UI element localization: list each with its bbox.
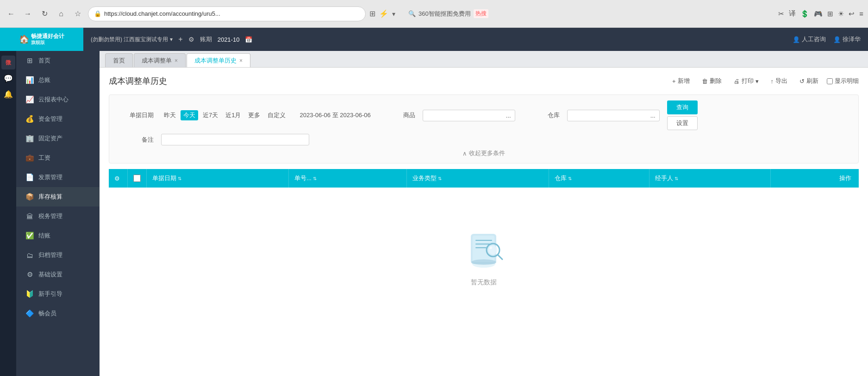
product-select[interactable]: ... xyxy=(423,110,515,121)
date-option-yesterday[interactable]: 昨天 xyxy=(161,110,179,120)
sidebar-item-member[interactable]: 🔷 畅会员 xyxy=(16,304,100,323)
sidebar-label-member: 畅会员 xyxy=(38,309,56,318)
select-all-checkbox[interactable] xyxy=(133,175,141,182)
sort-date-icon: ⇅ xyxy=(178,176,181,181)
wallet-icon[interactable]: 💲 xyxy=(800,10,809,18)
tax-icon: 🏛 xyxy=(25,213,34,220)
new-button[interactable]: + 新增 xyxy=(668,75,693,87)
star-button[interactable]: ☆ xyxy=(71,7,84,20)
filter-section: 单据日期 昨天 今天 近7天 近1月 更多 自定义 2023-06-06 至 2… xyxy=(109,94,859,163)
th-date[interactable]: 单据日期 ⇅ xyxy=(146,169,289,188)
hot-label: 热搜 xyxy=(474,9,488,18)
tab-home[interactable]: 首页 xyxy=(105,53,133,67)
sidebar-item-home[interactable]: ⊞ 首页 xyxy=(16,51,100,70)
warehouse-select[interactable]: ... xyxy=(567,110,660,121)
show-cols-label: 显示明细 xyxy=(835,77,859,85)
header-middle: (勿删勿禁用) 江西服宝测试专用 ▾ + ⚙ 账期 2021-10 📅 xyxy=(83,35,793,44)
user-profile[interactable]: 👤 徐泽华 xyxy=(833,35,861,44)
th-settings[interactable]: ⚙ xyxy=(109,169,127,188)
tab-cost-adjust[interactable]: 成本调整单 × xyxy=(134,53,186,67)
date-option-1month[interactable]: 近1月 xyxy=(223,110,244,120)
query-button[interactable]: 查询 xyxy=(667,100,698,114)
apps-icon[interactable]: ⊞ xyxy=(827,10,833,18)
refresh-icon: ↺ xyxy=(799,78,805,85)
th-handler[interactable]: 经手人 ⇅ xyxy=(649,169,770,188)
forward-button[interactable]: → xyxy=(21,7,34,20)
export-button[interactable]: ↑ 导出 xyxy=(767,75,792,87)
logo-icon: 🏠 xyxy=(19,34,29,44)
print-button[interactable]: 🖨 打印 ▾ xyxy=(730,75,762,87)
date-option-custom[interactable]: 自定义 xyxy=(265,110,288,120)
invoice-icon: 📄 xyxy=(25,173,34,182)
sidebar-item-invoice[interactable]: 📄 发票管理 xyxy=(16,168,100,187)
th-warehouse[interactable]: 仓库 ⇅ xyxy=(549,169,649,188)
sidebar-item-archive[interactable]: 🗂 归档管理 xyxy=(16,245,100,265)
sidebar-item-salary[interactable]: 💼 工资 xyxy=(16,148,100,168)
left-icon-bar: 微 💬 🔔 xyxy=(0,51,16,376)
refresh-button[interactable]: ↺ 刷新 xyxy=(796,75,822,87)
settings-icon[interactable]: ⚙ xyxy=(188,36,194,43)
th-action: 操作 xyxy=(770,169,859,188)
sidebar-label-settings: 基础设置 xyxy=(38,270,62,279)
date-option-today[interactable]: 今天 xyxy=(181,110,198,120)
sidebar-item-tax[interactable]: 🏛 税务管理 xyxy=(16,207,100,226)
sidebar-label-ledger: 总账 xyxy=(38,76,50,84)
date-options: 昨天 今天 近7天 近1月 更多 自定义 xyxy=(161,110,288,120)
delete-button[interactable]: 🗑 删除 xyxy=(698,75,725,87)
brightness-icon[interactable]: ☀ xyxy=(838,10,844,18)
sidebar-item-ledger[interactable]: 📊 总账 xyxy=(16,70,100,90)
sidebar-item-settings[interactable]: ⚙ 基础设置 xyxy=(16,265,100,284)
tab-cost-adjust-history[interactable]: 成本调整单历史 × xyxy=(187,53,250,67)
th-type[interactable]: 业务类型 ⇅ xyxy=(406,169,549,188)
sidebar-item-funds[interactable]: 💰 资金管理 xyxy=(16,109,100,129)
sidebar-item-checkout[interactable]: ✅ 结账 xyxy=(16,226,100,245)
tab-cost-adjust-close[interactable]: × xyxy=(175,57,178,64)
date-filter-row: 单据日期 昨天 今天 近7天 近1月 更多 自定义 2023-06-06 至 2… xyxy=(117,100,851,130)
home-button[interactable]: ⌂ xyxy=(55,7,68,20)
company-selector[interactable]: (勿删勿禁用) 江西服宝测试专用 ▾ xyxy=(91,36,173,44)
date-option-more[interactable]: 更多 xyxy=(245,110,263,120)
sidebar-label-salary: 工资 xyxy=(38,154,50,162)
th-number-label: 单号... xyxy=(294,174,312,182)
back-button[interactable]: ← xyxy=(5,7,18,20)
game-icon[interactable]: 🎮 xyxy=(814,10,823,18)
consultant-link[interactable]: 👤 人工咨询 xyxy=(793,35,826,44)
logo-text: 畅捷通好会计 xyxy=(31,33,64,39)
sidebar-label-fixed-assets: 固定资产 xyxy=(38,134,62,143)
add-tab-icon[interactable]: + xyxy=(178,35,182,44)
left-icon-chat[interactable]: 💬 xyxy=(1,71,15,85)
gear-icon[interactable]: ⚙ xyxy=(114,175,120,182)
remark-input[interactable] xyxy=(161,134,309,145)
export-label: 导出 xyxy=(775,77,787,85)
show-cols-input[interactable] xyxy=(827,78,833,84)
remark-filter-row: 备注 xyxy=(117,134,851,145)
th-number[interactable]: 单号... ⇅ xyxy=(289,169,407,188)
page-title-row: 成本调整单历史 + 新增 🗑 删除 🖨 打印 ▾ xyxy=(109,75,859,87)
dropdown-icon[interactable]: ▾ xyxy=(392,10,395,18)
data-table: ⚙ 单据日期 ⇅ xyxy=(109,169,859,188)
sidebar-item-reports[interactable]: 📈 云报表中心 xyxy=(16,90,100,109)
settings-button[interactable]: 设置 xyxy=(667,116,698,130)
scissors-icon[interactable]: ✂ xyxy=(778,10,784,18)
url-bar[interactable]: 🔒 https://cloud.chanjet.com/accounting/u… xyxy=(88,6,366,21)
calendar-icon[interactable]: 📅 xyxy=(245,36,252,43)
search-icon: 🔍 xyxy=(408,10,416,17)
reload-button[interactable]: ↻ xyxy=(38,7,51,20)
ledger-icon: 📊 xyxy=(25,76,34,84)
left-icon-weibo[interactable]: 微 xyxy=(1,56,15,69)
sidebar-label-home: 首页 xyxy=(38,56,50,65)
date-option-7days[interactable]: 近7天 xyxy=(200,110,221,120)
member-icon: 🔷 xyxy=(25,309,34,318)
collapse-button[interactable]: ∧ 收起更多条件 xyxy=(117,149,851,157)
tab-cost-adjust-history-close[interactable]: × xyxy=(239,57,243,64)
sidebar-item-inventory[interactable]: 📦 库存核算 xyxy=(16,187,100,207)
translate-icon[interactable]: 译 xyxy=(789,9,796,18)
left-icon-notice[interactable]: 🔔 xyxy=(1,87,15,101)
menu-icon[interactable]: ≡ xyxy=(859,10,863,18)
show-cols-checkbox[interactable]: 显示明细 xyxy=(827,77,859,85)
undo-icon[interactable]: ↩ xyxy=(849,10,855,18)
funds-icon: 💰 xyxy=(25,115,34,123)
company-dropdown-icon: ▾ xyxy=(170,36,173,43)
sidebar-item-guide[interactable]: 🔰 新手引导 xyxy=(16,284,100,304)
sidebar-item-fixed-assets[interactable]: 🏢 固定资产 xyxy=(16,129,100,148)
